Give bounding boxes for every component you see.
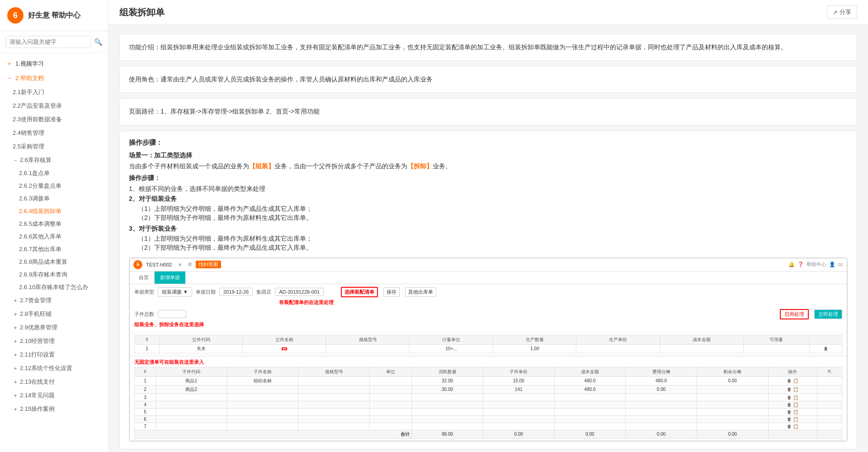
sidebar-item-inventory-error[interactable]: 2.6.10库存账本错了怎么办 (0, 281, 108, 294)
scene1-title: 场景一：加工类型选择 (129, 152, 848, 160)
topbar-icons: 🔔 ❓ 帮助中心 👤 cc (788, 261, 843, 268)
sidebar-item-finance[interactable]: ＋ 2.7资金管理 (0, 294, 108, 307)
plus-icon-small7: ＋ (13, 378, 18, 386)
sidebar-item-inventory-query[interactable]: 2.6.9库存账本查询 (0, 268, 108, 281)
cell-spec (326, 344, 410, 353)
form-company-value[interactable] (158, 310, 186, 318)
sidebar-logo: 6 好生意 帮助中心 (0, 0, 108, 31)
sidebar-item-install[interactable]: 2.2产品安装及登录 (0, 99, 108, 113)
form-type-label: 单据类型 (134, 289, 154, 295)
col-unit: 计量单位 (410, 335, 493, 344)
path-card: 页面路径：1、库存核算->库存管理->组装拆卸单 2、首页->常用功能 (119, 98, 857, 125)
sidebar-item-payment[interactable]: ＋ 2.13在线支付 (0, 375, 108, 389)
disassembly-keyword: 【拆卸】 (407, 162, 433, 170)
sidebar-item-coupon[interactable]: ＋ 2.9优惠券管理 (0, 321, 108, 334)
sidebar-item-ops[interactable]: ＋ 2.10经营管理 (0, 334, 108, 348)
table-row: 6🗑 📋 (135, 415, 842, 423)
upper-table-area: # 父件代码 父件名称 规格型号 计量单位 生产数量 生产单价 成本金额 可用量 (130, 333, 847, 355)
sidebar-item-assembly[interactable]: 2.6.4组装拆卸单 (0, 205, 108, 218)
sidebar-item-inventory[interactable]: － 2.6库存核算 (0, 153, 108, 167)
annotation-label3: 启用处理 (784, 311, 804, 317)
cell-avail (743, 344, 810, 353)
table-row: 2 商品2 30.00 141 480.0 0.00 (135, 385, 842, 394)
sidebar-item-cost-adj[interactable]: 2.6.5成本调整单 (0, 218, 108, 230)
table-row: 1 商品1 组织名称 32.00 15.00 480.0 480.0 0 (135, 376, 842, 385)
annotation-label1: 有装配清单的在这里处理 (279, 299, 334, 306)
role-card: 使用角色：通常由生产人员或库管人员完成拆装业务的操作，库管人员确认原材料的出库和… (119, 66, 857, 93)
share-icon: ↗ (833, 9, 838, 16)
plus-icon-small6: ＋ (13, 365, 18, 372)
form-action1[interactable]: 保存 (383, 287, 400, 297)
logo-text: 好生意 帮助中心 (28, 11, 80, 20)
annotation-operate: 启用处理 (780, 309, 809, 319)
plus-icon-small3: ＋ (13, 324, 18, 332)
col-sub-unit: 单位 (369, 367, 411, 376)
main-header: 组装拆卸单 ↗ 分享 (108, 0, 868, 25)
col-sub-cost: 成本金额 (554, 367, 626, 376)
intro-text: 功能介绍：组装拆卸单用来处理企业组装或拆卸等加工业务，支持有固定装配清单的产品加… (129, 42, 848, 53)
main-content: 组装拆卸单 ↗ 分享 功能介绍：组装拆卸单用来处理企业组装或拆卸等加工业务，支持… (108, 0, 868, 452)
col-sub-price: 子件单价 (483, 367, 554, 376)
page-title: 组装拆卸单 (119, 6, 165, 19)
app-nav-tabs: 自页 新增单据 (130, 271, 847, 284)
table-row: 1 关木 10+... 1.00 🗑 (135, 344, 842, 353)
form-date-value[interactable]: 2019-12-26 (219, 288, 253, 296)
sidebar-item-cases[interactable]: ＋ 2.15操作案例 (0, 402, 108, 416)
intro-card: 功能介绍：组装拆卸单用来处理企业组装或拆卸等加工业务，支持有固定装配清单的产品加… (119, 34, 857, 61)
col-sub-remain: 剩余分摊 (697, 367, 768, 376)
col-qty: 生产数量 (493, 335, 576, 344)
form-action2[interactable]: 其他出库单 (405, 287, 436, 297)
form-date-label: 单据日期 (196, 289, 216, 295)
cell-highlight (282, 347, 287, 350)
col-parent-name: 父件名称 (243, 335, 326, 344)
sidebar-item-stocktake[interactable]: 2.6.1盘点单 (0, 167, 108, 180)
cell-cost (660, 344, 744, 353)
sidebar-item-transfer[interactable]: 2.6.3调拨单 (0, 192, 108, 205)
scene1-desc: 当由多个子件材料组装成一个成品的业务为【组装】业务，当由一个父件拆分成多个子产品… (129, 162, 848, 171)
sidebar-item-print[interactable]: ＋ 2.11打印设置 (0, 348, 108, 362)
app-form-area: 单据类型 组装调拨 ▼ 单据日期 2019-12-26 集团店 AD-20191… (130, 284, 847, 333)
plus-icon: ＋ (6, 60, 13, 68)
sidebar-item-purchase[interactable]: 2.5采购管理 (0, 140, 108, 153)
form-company-label: 子件总数 (134, 311, 154, 318)
table-row: 7🗑 📋 (135, 423, 842, 430)
cell-code: 关木 (159, 344, 243, 353)
table-row: 5🗑 📋 (135, 408, 842, 415)
cell-op: 🗑 (810, 344, 842, 353)
sidebar-item-newcomer[interactable]: 2.1新手入门 (0, 86, 108, 99)
annotation-row1: 有装配清单的在这里处理 (134, 299, 842, 308)
sidebar-item-docs[interactable]: － 2.帮助文档 (0, 71, 108, 86)
annotation-btn1[interactable]: 选择装配清单 (341, 287, 378, 297)
sidebar: 6 好生意 帮助中心 🔍 ＋ 1.视频学习 － 2.帮助文档 2.1新手入门 2… (0, 0, 108, 452)
plus-icon-small2: ＋ (13, 310, 18, 318)
sidebar-item-dataprep[interactable]: 2.3使用前数据准备 (0, 113, 108, 126)
minus-icon-small: － (13, 157, 18, 164)
step3-text: 3、对于拆装业务 (129, 225, 848, 233)
share-button[interactable]: ↗ 分享 (827, 5, 857, 19)
form-type-value[interactable]: 组装调拨 ▼ (158, 287, 192, 297)
sidebar-item-partial-stocktake[interactable]: 2.6.2分量盘点单 (0, 180, 108, 192)
sidebar-item-cost-recalc[interactable]: 2.6.8商品成本重算 (0, 256, 108, 268)
form-bill-value[interactable]: AD-20191226-001 (275, 288, 324, 296)
sidebar-item-other-in[interactable]: 2.6.6其他入库单 (0, 230, 108, 243)
cell-num: 1 (135, 344, 160, 353)
step2-sub1-text: （1）上部明细为父件明细，最终作为产成品生成其它入库单； (138, 205, 848, 213)
sidebar-item-other-out[interactable]: 2.6.7其他出库单 (0, 243, 108, 256)
sidebar-item-sales[interactable]: 2.4销售管理 (0, 126, 108, 140)
topbar-btn[interactable]: 找到答案 (196, 261, 221, 268)
sidebar-item-mobile[interactable]: ＋ 2.8手机旺铺 (0, 307, 108, 321)
search-button[interactable]: 🔍 (94, 38, 103, 46)
step3-sub1-text: （1）上部明细为父件明细，最终作为原材料生成其它出库单； (138, 235, 848, 243)
app-tab-home[interactable]: 自页 (133, 271, 155, 284)
app-tab-new[interactable]: 新增单据 (155, 271, 185, 284)
app-topbar-logo: 6 (133, 260, 142, 269)
sidebar-item-faq[interactable]: ＋ 2.14常见问题 (0, 389, 108, 402)
sidebar-item-personalize[interactable]: ＋ 2.12系统个性化设置 (0, 362, 108, 375)
form-submit[interactable]: 立即处理 (814, 309, 842, 319)
sidebar-item-video[interactable]: ＋ 1.视频学习 (0, 57, 108, 71)
search-input[interactable] (5, 36, 91, 48)
col-cost: 成本金额 (660, 335, 744, 344)
role-text: 使用角色：通常由生产人员或库管人员完成拆装业务的操作，库管人员确认原材料的出库和… (129, 74, 848, 85)
minus-icon: － (6, 74, 13, 82)
table-row: 4🗑 📋 (135, 401, 842, 408)
